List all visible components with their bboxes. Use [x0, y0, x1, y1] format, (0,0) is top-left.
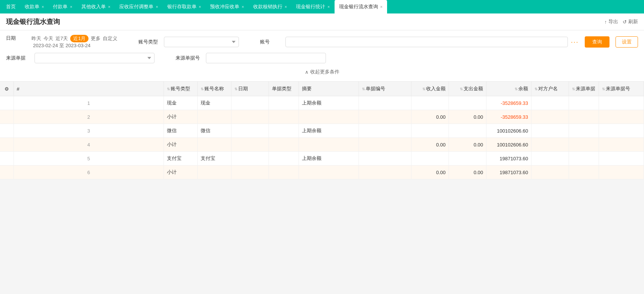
- row-date: [231, 96, 269, 110]
- th-src-doc-no[interactable]: ⇅来源单据号: [599, 82, 644, 96]
- row-src-doc: [569, 152, 599, 166]
- row-income: 0.00: [411, 110, 449, 124]
- nav-tab-5[interactable]: 预收冲应收单 ×: [206, 0, 248, 13]
- nav-tab-0[interactable]: 收款单 ×: [20, 0, 48, 13]
- row-no: 5: [14, 152, 164, 166]
- account-label: 账号: [260, 39, 282, 45]
- table-row: 3 微信 微信 上期余额 100102606.60: [0, 124, 644, 138]
- table-body: 1 现金 现金 上期余额 -3528659.33 2 小计 0.00 0.00 …: [0, 96, 644, 179]
- page-header: 现金银行流水查询 ↑ 导出 ↺ 刷新: [0, 13, 644, 30]
- nav-tab-8[interactable]: 现金银行流水查询 ×: [335, 0, 387, 13]
- filter-row-1: 日期 昨天 今天 近7天 近1月 更多 自定义 2023-02-24 至 202…: [6, 35, 638, 49]
- row-gear: [0, 124, 14, 138]
- row-doc-type: [269, 138, 299, 152]
- account-type-label: 账号类型: [138, 39, 161, 45]
- th-summary: 摘要: [299, 82, 359, 96]
- export-icon: ↑: [605, 19, 607, 25]
- row-account-type: 支付宝: [164, 152, 198, 166]
- table-row: 1 现金 现金 上期余额 -3528659.33: [0, 96, 644, 110]
- shortcut-more[interactable]: 更多: [91, 35, 101, 42]
- collapse-row[interactable]: ∧ 收起更多条件: [6, 67, 638, 77]
- close-icon[interactable]: ×: [42, 4, 44, 9]
- close-icon[interactable]: ×: [156, 4, 158, 9]
- settings-button[interactable]: 设置: [615, 36, 638, 48]
- search-button[interactable]: 查询: [585, 36, 609, 48]
- nav-tab-2[interactable]: 其他收入单 ×: [77, 0, 115, 13]
- shortcut-today[interactable]: 今天: [44, 35, 53, 42]
- th-balance[interactable]: ⇅余额: [486, 82, 531, 96]
- row-account-name: 微信: [198, 124, 231, 138]
- account-type-group: 账号类型: [138, 37, 239, 47]
- row-src-doc-no: [599, 110, 644, 124]
- row-no: 3: [14, 124, 164, 138]
- row-no: 1: [14, 96, 164, 110]
- row-src-doc-no: [599, 166, 644, 179]
- nav-tab-7[interactable]: 现金银行统计 ×: [291, 0, 334, 13]
- row-doc-type: [269, 152, 299, 166]
- th-gear[interactable]: ⚙: [0, 82, 14, 96]
- shortcut-7days[interactable]: 近7天: [56, 35, 68, 42]
- th-doc-no[interactable]: ⇅单据编号: [359, 82, 411, 96]
- row-src-doc-no: [599, 152, 644, 166]
- account-input[interactable]: [285, 37, 568, 47]
- nav-tab-6[interactable]: 收款核销执行 ×: [249, 0, 291, 13]
- row-counterpart: [531, 124, 569, 138]
- row-src-doc: [569, 166, 599, 179]
- close-icon[interactable]: ×: [70, 4, 72, 9]
- row-expense: [449, 96, 486, 110]
- source-doc-label: 来源单据: [6, 55, 29, 61]
- row-summary: [299, 110, 359, 124]
- row-summary: 上期余额: [299, 152, 359, 166]
- row-src-doc: [569, 96, 599, 110]
- close-icon[interactable]: ×: [380, 4, 383, 9]
- close-icon[interactable]: ×: [242, 4, 244, 9]
- nav-tab-1[interactable]: 付款单 ×: [48, 0, 77, 13]
- th-account-name[interactable]: ⇅账号名称: [198, 82, 231, 96]
- row-summary: 上期余额: [299, 124, 359, 138]
- row-doc-no: [359, 124, 411, 138]
- th-date[interactable]: ⇅日期: [231, 82, 269, 96]
- shortcut-yesterday[interactable]: 昨天: [32, 35, 41, 42]
- account-type-select[interactable]: [164, 37, 239, 47]
- source-doc-select[interactable]: [35, 53, 155, 63]
- table-header: ⚙ # ⇅账号类型 ⇅账号名称 ⇅日期 单据类型 摘要 ⇅单据编号 ⇅收入金额 …: [0, 82, 644, 96]
- row-doc-no: [359, 138, 411, 152]
- row-balance: 100102606.60: [486, 138, 531, 152]
- close-icon[interactable]: ×: [199, 4, 201, 9]
- refresh-button[interactable]: ↺ 刷新: [623, 18, 638, 25]
- row-income: [411, 124, 449, 138]
- row-account-type: 小计: [164, 138, 198, 152]
- account-dots-button[interactable]: ···: [571, 38, 579, 46]
- row-no: 4: [14, 138, 164, 152]
- th-income[interactable]: ⇅收入金额: [411, 82, 449, 96]
- th-account-type[interactable]: ⇅账号类型: [164, 82, 198, 96]
- nav-tab-4[interactable]: 银行存取款单 ×: [163, 0, 206, 13]
- nav-tab-3[interactable]: 应收应付调整单 ×: [115, 0, 162, 13]
- th-counterpart[interactable]: ⇅对方户名: [531, 82, 569, 96]
- row-account-name: [198, 110, 231, 124]
- th-src-doc[interactable]: ⇅来源单据: [569, 82, 599, 96]
- shortcut-custom[interactable]: 自定义: [103, 35, 117, 42]
- row-summary: [299, 138, 359, 152]
- close-icon[interactable]: ×: [108, 4, 110, 9]
- row-expense: [449, 152, 486, 166]
- source-doc-no-input[interactable]: [206, 53, 326, 63]
- date-range-display: 2023-02-24 至 2023-03-24: [33, 42, 117, 49]
- row-income: 0.00: [411, 166, 449, 179]
- row-counterpart: [531, 96, 569, 110]
- close-icon[interactable]: ×: [285, 4, 287, 9]
- th-expense[interactable]: ⇅支出金额: [449, 82, 486, 96]
- close-icon[interactable]: ×: [327, 4, 330, 9]
- nav-home[interactable]: 首页: [2, 0, 20, 13]
- row-expense: 0.00: [449, 138, 486, 152]
- row-doc-no: [359, 110, 411, 124]
- row-expense: [449, 124, 486, 138]
- collapse-up-icon: ∧: [305, 69, 309, 75]
- row-account-type: 小计: [164, 166, 198, 179]
- row-src-doc: [569, 110, 599, 124]
- row-account-name: 支付宝: [198, 152, 231, 166]
- row-gear: [0, 152, 14, 166]
- shortcut-1month[interactable]: 近1月: [70, 35, 89, 42]
- export-button[interactable]: ↑ 导出: [605, 18, 618, 25]
- row-gear: [0, 110, 14, 124]
